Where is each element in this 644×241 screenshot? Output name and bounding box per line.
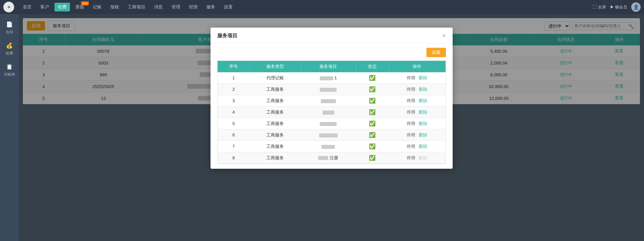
delete-btn-7[interactable]: 删除 [419, 144, 427, 149]
stop-btn-1[interactable]: 停用 [407, 75, 415, 80]
billing-icon: 💰 [5, 41, 13, 49]
modal-col-item: 服务项目 [301, 61, 356, 72]
modal-table-wrap: 序号 服务类型 服务项目 状态 操作 1 代理记账 [217, 61, 446, 164]
delete-btn-1[interactable]: 删除 [419, 75, 427, 80]
modal-col-seq: 序号 [218, 61, 250, 72]
modal-table: 序号 服务类型 服务项目 状态 操作 1 代理记账 [218, 61, 446, 164]
delete-btn-6[interactable]: 删除 [419, 132, 427, 137]
new-badge: new [81, 1, 89, 5]
nav-accounting[interactable]: 记账 [89, 3, 105, 11]
nav-right-actions: ⛶ 全屏 ▶ 畅会员 👤 [593, 2, 641, 12]
modal-table-row: 7 工商服务 ✅ 停用 删除 [218, 141, 446, 152]
delete-btn-5[interactable]: 删除 [419, 121, 427, 126]
nav-settings[interactable]: 设置 [221, 3, 236, 11]
stop-btn-8[interactable]: 停用 [407, 155, 415, 160]
nav-customer[interactable]: 客户 [37, 3, 52, 11]
modal-table-row: 8 工商服务 注册 ✅ 停用 删除 [218, 152, 446, 164]
modal-title: 服务项目 [217, 33, 237, 39]
nav-tax[interactable]: 报税 [107, 3, 122, 11]
nav-billing[interactable]: 收费 [54, 3, 70, 11]
top-navigation: ✦ 首页 客户 收费 票据 new 记账 报税 工商项目 消息 管理 经营 服务… [0, 0, 644, 14]
modal-table-row: 6 工商服务 ✅ 停用 删除 [218, 129, 446, 141]
stop-btn-2[interactable]: 停用 [407, 87, 415, 92]
modal-toolbar: 新建 [217, 48, 446, 57]
fullscreen-btn[interactable]: ⛶ 全屏 [593, 4, 606, 10]
contract-icon: 📄 [5, 20, 13, 28]
sidebar-item-statement[interactable]: 📋 对账单 [1, 60, 18, 80]
content-area: 新增 服务项目 进行中 已完成 已取消 🔍 [19, 14, 644, 241]
statement-icon: 📋 [5, 63, 13, 71]
nav-commerce[interactable]: 工商项目 [124, 3, 149, 11]
stop-btn-7[interactable]: 停用 [407, 144, 415, 149]
delete-btn-8[interactable]: 删除 [419, 155, 427, 160]
app-logo: ✦ [3, 2, 14, 12]
modal-header: 服务项目 × [211, 28, 453, 43]
delete-btn-4[interactable]: 删除 [419, 110, 427, 115]
nav-business[interactable]: 经营 [186, 3, 201, 11]
delete-btn-3[interactable]: 删除 [419, 98, 427, 103]
stop-btn-5[interactable]: 停用 [407, 121, 415, 126]
nav-home[interactable]: 首页 [20, 3, 35, 11]
modal-overlay: 服务项目 × 新建 序号 服务类型 服务项目 [19, 14, 644, 241]
nav-service[interactable]: 服务 [203, 3, 219, 11]
modal-col-status: 状态 [356, 61, 388, 72]
modal-col-action: 操作 [389, 61, 446, 72]
main-layout: 📄 合同 💰 收费 📋 对账单 新增 服务项目 进行中 已完成 已取消 [0, 14, 644, 241]
stop-btn-6[interactable]: 停用 [407, 132, 415, 137]
nav-invoice[interactable]: 票据 new [72, 3, 87, 11]
avatar[interactable]: 👤 [631, 2, 641, 12]
sidebar-item-billing[interactable]: 💰 收费 [1, 39, 18, 58]
modal-body: 新建 序号 服务类型 服务项目 状态 操作 [211, 43, 453, 169]
modal-table-row: 4 工商服务 ✅ 停用 删除 [218, 107, 446, 118]
modal-close-button[interactable]: × [442, 32, 446, 39]
modal-table-row: 2 工商服务 ✅ 停用 删除 [218, 84, 446, 95]
stop-btn-4[interactable]: 停用 [407, 110, 415, 115]
delete-btn-2[interactable]: 删除 [419, 87, 427, 92]
stop-btn-3[interactable]: 停用 [407, 98, 415, 103]
sidebar: 📄 合同 💰 收费 📋 对账单 [0, 14, 19, 241]
modal-table-row: 1 代理记账 1 ✅ 停用 删除 [218, 72, 446, 84]
nav-menu: 首页 客户 收费 票据 new 记账 报税 工商项目 消息 管理 经营 服务 设… [20, 3, 593, 11]
service-modal: 服务项目 × 新建 序号 服务类型 服务项目 [211, 28, 453, 169]
modal-table-row: 5 工商服务 ✅ 停用 删除 [218, 118, 446, 129]
sidebar-item-contract[interactable]: 📄 合同 [1, 17, 18, 37]
nav-manage[interactable]: 管理 [168, 3, 184, 11]
modal-new-button[interactable]: 新建 [426, 48, 446, 57]
nav-message[interactable]: 消息 [151, 3, 166, 11]
modal-table-row: 3 工商服务 ✅ 停用 删除 [218, 95, 446, 107]
modal-col-type: 服务类型 [250, 61, 301, 72]
member-btn[interactable]: ▶ 畅会员 [610, 4, 627, 10]
